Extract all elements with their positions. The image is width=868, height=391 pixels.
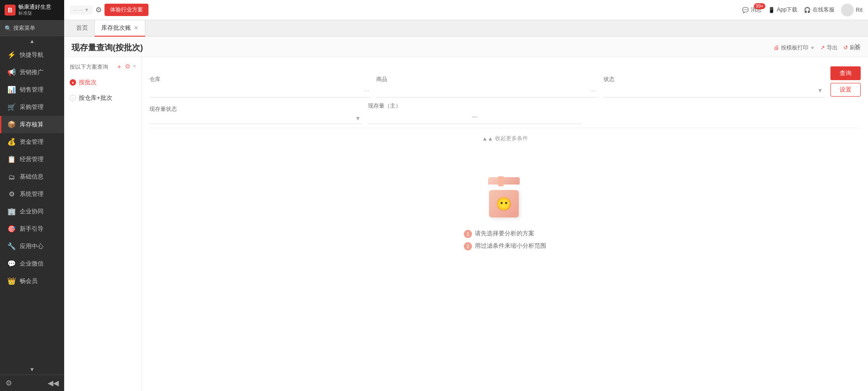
tab-batch-account-label: 库存批次账 [101, 24, 131, 32]
sidebar-item-sales[interactable]: 📊 销售管理 [0, 81, 64, 98]
left-panel-title: 按以下方案查询 [70, 63, 108, 71]
wechat-label: 企业微信 [20, 260, 44, 268]
left-panel: 按以下方案查询 ＋ ⊙ « ● 按批次 ○ 按仓库+批次 [64, 57, 142, 391]
basic-label: 基础信息 [20, 173, 44, 181]
inventory-label: 库存核算 [20, 120, 44, 129]
tab-close-icon[interactable]: ✕ [134, 25, 138, 31]
vip-label: 畅会员 [20, 277, 38, 285]
sidebar-item-basic[interactable]: 🗂 基础信息 [0, 168, 64, 185]
wechat-icon: 💬 [7, 260, 16, 268]
inventory-qty-label: 现存量（主） [368, 102, 581, 110]
left-panel-header: 按以下方案查询 ＋ ⊙ « [64, 61, 142, 75]
inventory-qty-dash: — [472, 114, 478, 120]
app-download-item[interactable]: 📱 App下载 [768, 6, 797, 14]
enterprise-icon: 🏢 [7, 207, 16, 216]
page-title: 现存量查询(按批次) [71, 42, 143, 53]
message-icon: 💬 [742, 7, 749, 13]
settings-icon[interactable]: ⚙ [5, 379, 12, 387]
topbar-left: ─ ─ ▼ ⚙ 体验行业方案 [70, 4, 738, 16]
newbie-label: 新手引导 [20, 225, 44, 233]
settings-scheme-icon[interactable]: ⊙ [125, 63, 130, 71]
user-avatar [841, 4, 854, 16]
scheme-by-batch-label: 按批次 [79, 78, 97, 87]
export-btn[interactable]: ↗ 导出 [820, 44, 838, 52]
marketing-icon: 📢 [7, 68, 16, 76]
inventory-icon: 📦 [7, 120, 16, 129]
sidebar-item-system[interactable]: ⚙ 系统管理 [0, 185, 64, 203]
main-area: ─ ─ ▼ ⚙ 体验行业方案 💬 消息 99+ 📱 App下载 🎧 在线客服 [64, 0, 868, 391]
inventory-qty-min[interactable] [368, 112, 470, 122]
sidebar-item-newbie[interactable]: 🎯 新手引导 [0, 220, 64, 238]
status-dropdown-icon[interactable]: ▼ [815, 87, 825, 94]
collapse-conditions-btn[interactable]: ▲▲ 收起更多条件 [149, 132, 861, 145]
product-input[interactable] [376, 85, 589, 95]
page-header: 现存量查询(按批次) 🖨 按模板打印 ▼ ↗ 导出 ↺ 刷新 ✕ [64, 37, 868, 57]
sidebar-item-operation[interactable]: 📋 经营管理 [0, 151, 64, 168]
inventory-qty-max[interactable] [479, 112, 582, 122]
left-panel-header-actions: ＋ ⊙ « [116, 63, 136, 71]
scheme-by-batch[interactable]: ● 按批次 [64, 75, 142, 90]
sidebar-header: B 畅康通好生意 标准版 [0, 0, 64, 21]
purchase-label: 采购管理 [20, 103, 44, 111]
basic-icon: 🗂 [7, 173, 16, 181]
tab-home[interactable]: 首页 [70, 20, 94, 37]
online-service-item[interactable]: 🎧 在线客服 [804, 6, 835, 14]
print-label: 按模板打印 [781, 44, 808, 52]
settings-button[interactable]: 设置 [830, 83, 861, 97]
sidebar-scroll-down[interactable]: ▼ [0, 364, 64, 375]
empty-tip-2: 2 用过滤条件来缩小分析范围 [464, 242, 546, 250]
gear-icon[interactable]: ⚙ [95, 5, 102, 14]
breadcrumb: ─ ─ ▼ [70, 5, 93, 15]
scheme-active-dot: ● [70, 79, 76, 86]
add-scheme-icon[interactable]: ＋ [116, 63, 122, 71]
print-btn[interactable]: 🖨 按模板打印 ▼ [774, 44, 815, 52]
page-header-actions: 🖨 按模板打印 ▼ ↗ 导出 ↺ 刷新 ✕ [774, 44, 861, 52]
sidebar-item-enterprise[interactable]: 🏢 企业协同 [0, 203, 64, 220]
search-label: 搜索菜单 [13, 24, 35, 32]
phone-icon: 📱 [768, 7, 775, 13]
tip-num-2: 2 [464, 242, 472, 250]
inventory-status-dropdown-icon[interactable]: ▼ [353, 115, 363, 122]
sidebar-item-wechat[interactable]: 💬 企业微信 [0, 255, 64, 272]
query-button[interactable]: 查询 [830, 66, 861, 80]
search-icon: 🔍 [5, 25, 11, 32]
sidebar-item-quicknav[interactable]: ⚡ 快捷导航 [0, 46, 64, 64]
user-profile[interactable]: Rit [841, 4, 863, 16]
status-input[interactable] [604, 85, 815, 95]
empty-tips: 1 请先选择要分析的方案 2 用过滤条件来缩小分析范围 [464, 229, 546, 250]
sidebar-item-appstore[interactable]: 🔧 应用中心 [0, 238, 64, 255]
system-icon: ⚙ [7, 190, 16, 198]
tip-text-1: 请先选择要分析的方案 [475, 229, 534, 238]
breadcrumb-text: ─ ─ [73, 7, 82, 13]
sidebar-item-vip[interactable]: 👑 畅会员 [0, 272, 64, 290]
experience-button[interactable]: 体验行业方案 [104, 4, 148, 16]
content-area: 现存量查询(按批次) 🖨 按模板打印 ▼ ↗ 导出 ↺ 刷新 ✕ [64, 37, 868, 391]
print-dropdown-icon[interactable]: ▼ [810, 45, 815, 50]
sidebar-item-marketing[interactable]: 📢 营销推广 [0, 64, 64, 81]
tabbar: 首页 库存批次账 ✕ [64, 20, 868, 37]
collapse-sidebar-icon[interactable]: ◀◀ [48, 379, 59, 387]
breadcrumb-dropdown-icon[interactable]: ▼ [84, 7, 89, 12]
sidebar-search[interactable]: 🔍 搜索菜单 [0, 21, 64, 36]
marketing-label: 营销推广 [20, 68, 44, 76]
warehouse-input[interactable] [149, 85, 362, 95]
sidebar: B 畅康通好生意 标准版 🔍 搜索菜单 ▲ ⚡ 快捷导航 📢 营销推广 📊 销售… [0, 0, 64, 391]
appstore-icon: 🔧 [7, 242, 16, 250]
sidebar-item-finance[interactable]: 💰 资金管理 [0, 133, 64, 151]
messages-item[interactable]: 💬 消息 99+ [742, 6, 762, 14]
product-more-btn[interactable]: ··· [589, 87, 598, 94]
sidebar-item-inventory[interactable]: 📦 库存核算 [0, 116, 64, 133]
right-content: 仓库 ··· 商品 ··· [142, 57, 868, 391]
empty-state: 😶 1 请先选择要分析的方案 [149, 149, 861, 278]
sales-label: 销售管理 [20, 86, 44, 94]
sidebar-item-purchase[interactable]: 🛒 采购管理 [0, 98, 64, 116]
scheme-by-warehouse-batch[interactable]: ○ 按仓库+批次 [64, 90, 142, 106]
quicknav-icon: ⚡ [7, 51, 16, 59]
enterprise-label: 企业协同 [20, 207, 44, 216]
tab-batch-account[interactable]: 库存批次账 ✕ [94, 20, 145, 37]
sidebar-scroll-up[interactable]: ▲ [0, 36, 64, 46]
newbie-icon: 🎯 [7, 225, 16, 233]
content-close-button[interactable]: ✕ [854, 41, 861, 51]
warehouse-more-btn[interactable]: ··· [362, 87, 371, 94]
collapse-panel-icon[interactable]: « [133, 63, 136, 71]
